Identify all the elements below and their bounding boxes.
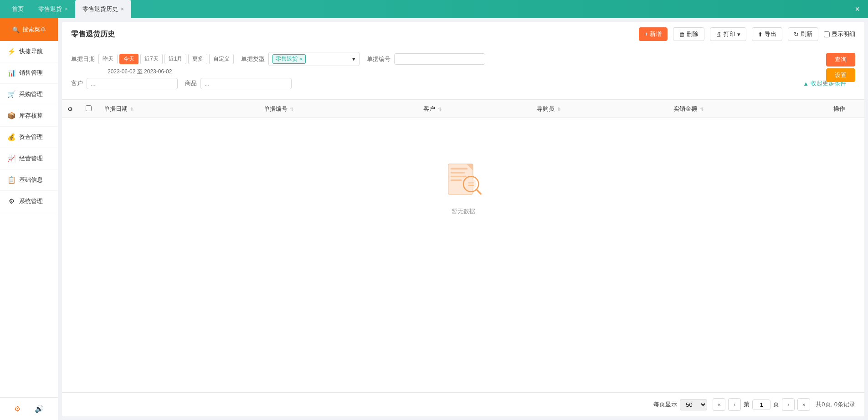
th-settings[interactable]: ⚙ [62, 100, 80, 118]
window-close-button[interactable]: × [851, 5, 863, 14]
delete-button[interactable]: 🗑 删除 [673, 27, 704, 41]
page-label: 页 [773, 400, 779, 409]
pagination-controls: « ‹ 第 1 页 › » [713, 398, 810, 411]
top-bar: 首页 零售退货 × 零售退货历史 × × [0, 0, 868, 18]
customer-input[interactable]: ... [87, 78, 178, 89]
goods-filter-label: 商品 [185, 79, 197, 87]
type-select[interactable]: 零售退货 × ▾ [268, 52, 360, 66]
date-btn-custom[interactable]: 自定义 [209, 54, 234, 64]
goods-input[interactable]: ... [200, 78, 292, 89]
basic-info-icon: 📋 [7, 176, 15, 184]
sidebar-item-sales[interactable]: 📊 销售管理 [0, 62, 58, 84]
svg-rect-1 [450, 168, 467, 169]
first-page-button[interactable]: « [713, 398, 725, 411]
next-page-button[interactable]: › [782, 398, 795, 411]
sidebar-item-purchase[interactable]: 🛒 采购管理 [0, 84, 58, 105]
sidebar-item-inventory[interactable]: 📦 库存核算 [0, 105, 58, 127]
filter-date: 单据日期 昨天 今天 近7天 近1月 更多 自定义 [71, 54, 234, 64]
sidebar-search-label: 搜索菜单 [22, 26, 46, 34]
sidebar-nav: ⚡ 快捷导航 📊 销售管理 🛒 采购管理 📦 库存核算 💰 资金管理 📈 [0, 41, 58, 397]
print-button[interactable]: 🖨 打印 ▾ [710, 27, 746, 41]
filter-voucher: 单据编号 [367, 53, 485, 65]
voucher-input[interactable] [394, 53, 485, 65]
page-header-top: 零售退货历史 + 新增 🗑 删除 🖨 打印 ▾ ⬆ [71, 27, 855, 41]
type-tag: 零售退货 × [272, 54, 306, 64]
sidebar-item-basic-info[interactable]: 📋 基础信息 [0, 169, 58, 191]
th-guide[interactable]: 导购员 ⇅ [531, 100, 668, 118]
date-sort-icon: ⇅ [130, 107, 134, 112]
inventory-icon: 📦 [7, 112, 15, 120]
date-btn-more[interactable]: 更多 [188, 54, 207, 64]
export-button[interactable]: ⬆ 导出 [752, 27, 782, 41]
new-button[interactable]: + 新增 [639, 27, 668, 41]
amount-sort-icon: ⇅ [700, 107, 704, 112]
query-button[interactable]: 查询 [826, 53, 855, 67]
th-customer[interactable]: 客户 ⇅ [418, 100, 531, 118]
date-btn-7days[interactable]: 近7天 [140, 54, 163, 64]
sidebar-item-finance[interactable]: 💰 资金管理 [0, 127, 58, 148]
page-size-select[interactable]: 20 50 100 [680, 399, 707, 410]
finance-icon: 💰 [7, 133, 15, 141]
svg-rect-2 [450, 172, 465, 173]
svg-line-7 [476, 190, 481, 194]
settings-icon: ⚙ [67, 106, 73, 113]
svg-rect-4 [450, 179, 462, 181]
th-date[interactable]: 单据日期 ⇅ [98, 100, 258, 118]
table-head: ⚙ 单据日期 ⇅ 单据编号 ⇅ [62, 100, 864, 118]
sidebar-bottom: ⚙ 🔊 [0, 397, 58, 420]
refresh-button[interactable]: ↻ 刷新 [788, 27, 818, 41]
sidebar-item-operations[interactable]: 📈 经营管理 [0, 148, 58, 169]
prev-page-button[interactable]: ‹ [728, 398, 741, 411]
table-body: 暂无数据 [62, 118, 864, 252]
page-number-input[interactable]: 1 [752, 400, 770, 410]
date-btn-1month[interactable]: 近1月 [164, 54, 187, 64]
select-all-checkbox[interactable] [86, 105, 92, 111]
filter-customer: 客户 ... [71, 78, 178, 89]
filter-row-1: 单据日期 昨天 今天 近7天 近1月 更多 自定义 [71, 52, 855, 66]
table-header-row: ⚙ 单据日期 ⇅ 单据编号 ⇅ [62, 100, 864, 118]
type-filter-label: 单据类型 [241, 55, 265, 63]
svg-point-6 [466, 179, 476, 189]
date-buttons: 昨天 今天 近7天 近1月 更多 自定义 [98, 54, 234, 64]
main-layout: 🔍 搜索菜单 ⚡ 快捷导航 📊 销售管理 🛒 采购管理 📦 库存核算 💰 [0, 18, 868, 420]
th-amount[interactable]: 实销金额 ⇅ [668, 100, 828, 118]
page-size-label: 每页显示 [653, 400, 677, 409]
tab-home[interactable]: 首页 [5, 0, 31, 18]
system-icon: ⚙ [7, 197, 15, 205]
export-icon: ⬆ [758, 31, 763, 38]
tab-retail-return-close[interactable]: × [65, 6, 68, 12]
inner-content: 零售退货历史 + 新增 🗑 删除 🖨 打印 ▾ ⬆ [62, 22, 864, 416]
purchase-icon: 🛒 [7, 90, 15, 98]
date-btn-today[interactable]: 今天 [119, 54, 139, 64]
filter-row-2: 客户 ... 商品 ... [71, 77, 855, 89]
sidebar-item-quick-nav[interactable]: ⚡ 快捷导航 [0, 41, 58, 62]
page-summary: 共0页, 0条记录 [816, 400, 855, 409]
pagination-size: 每页显示 20 50 100 [653, 399, 707, 410]
guide-sort-icon: ⇅ [557, 107, 561, 112]
date-btn-yesterday[interactable]: 昨天 [98, 54, 118, 64]
page-title: 零售退货历史 [71, 30, 115, 39]
customer-filter-label: 客户 [71, 79, 83, 87]
last-page-button[interactable]: » [797, 398, 810, 411]
sidebar-search[interactable]: 🔍 搜索菜单 [0, 18, 58, 41]
settings-bottom-icon[interactable]: ⚙ [14, 405, 21, 413]
quick-nav-icon: ⚡ [7, 47, 15, 56]
type-tag-close[interactable]: × [299, 56, 303, 62]
print-dropdown-icon: ▾ [737, 31, 740, 38]
settings-button[interactable]: 设置 [826, 68, 855, 82]
voucher-sort-icon: ⇅ [290, 107, 293, 112]
filter-type: 单据类型 零售退货 × ▾ [241, 52, 360, 66]
tab-retail-return[interactable]: 零售退货 × [31, 0, 75, 18]
delete-icon: 🗑 [679, 31, 685, 38]
th-checkbox [80, 100, 98, 118]
voucher-filter-label: 单据编号 [367, 55, 390, 63]
tab-retail-return-history[interactable]: 零售退货历史 × [75, 0, 131, 18]
tab-retail-return-history-close[interactable]: × [121, 6, 124, 12]
sidebar-item-system[interactable]: ⚙ 系统管理 [0, 191, 58, 212]
customer-sort-icon: ⇅ [438, 107, 442, 112]
th-voucher-no[interactable]: 单据编号 ⇅ [258, 100, 418, 118]
date-filter-label: 单据日期 [71, 55, 95, 63]
show-detail-checkbox-label[interactable]: 显示明细 [824, 30, 855, 38]
show-detail-checkbox[interactable] [824, 31, 830, 37]
volume-icon[interactable]: 🔊 [35, 405, 44, 413]
